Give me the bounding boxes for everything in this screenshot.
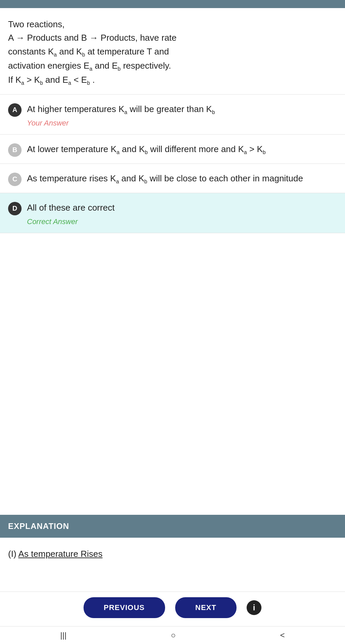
status-bar (0, 0, 345, 8)
question-line-1: Two reactions, (8, 17, 337, 31)
option-b-row: B At lower temperature Ka and Kb will di… (8, 143, 337, 157)
question-block: Two reactions, A → Products and B → Prod… (0, 8, 345, 95)
option-b[interactable]: B At lower temperature Ka and Kb will di… (0, 135, 345, 164)
explanation-link: As temperature Rises (18, 549, 102, 559)
question-line-5: If Ka > Kb and Ea < Eb . (8, 73, 337, 87)
arrow1-icon: → (16, 33, 25, 43)
recent-icon[interactable]: < (280, 631, 285, 640)
badge-c: C (8, 173, 22, 186)
question-line-4: activation energies Ea and Eb respective… (8, 59, 337, 73)
home-icon[interactable]: ○ (171, 631, 176, 640)
badge-a: A (8, 103, 22, 117)
next-button[interactable]: NEXT (175, 597, 237, 618)
option-c[interactable]: C As temperature rises Ka and Kb will be… (0, 164, 345, 193)
bottom-nav: PREVIOUS NEXT i (0, 592, 345, 626)
explanation-text: (I) As temperature Rises (8, 547, 337, 561)
system-bar: ||| ○ < (0, 626, 345, 644)
option-c-text: As temperature rises Ka and Kb will be c… (27, 172, 337, 186)
question-text: Two reactions, A → Products and B → Prod… (8, 17, 337, 87)
back-icon[interactable]: ||| (60, 631, 67, 640)
option-d-text: All of these are correct (27, 201, 337, 214)
option-a[interactable]: A At higher temperatures Ka will be grea… (0, 95, 345, 135)
option-d-row: D All of these are correct (8, 201, 337, 215)
explanation-title: EXPLANATION (8, 522, 337, 531)
option-d[interactable]: D All of these are correct Correct Answe… (0, 193, 345, 233)
option-c-row: C As temperature rises Ka and Kb will be… (8, 172, 337, 186)
previous-button[interactable]: PREVIOUS (84, 597, 165, 618)
question-line-2: A → Products and B → Products, have rate (8, 31, 337, 44)
badge-d: D (8, 202, 22, 215)
explanation-body: (I) As temperature Rises (0, 538, 345, 592)
question-line-3: constants Ka and Kb at temperature T and (8, 45, 337, 59)
options-container: A At higher temperatures Ka will be grea… (0, 95, 345, 515)
option-a-text: At higher temperatures Ka will be greate… (27, 103, 337, 116)
option-b-text: At lower temperature Ka and Kb will diff… (27, 143, 337, 156)
info-icon[interactable]: i (247, 600, 261, 615)
option-a-row: A At higher temperatures Ka will be grea… (8, 103, 337, 117)
explanation-header: EXPLANATION (0, 515, 345, 538)
badge-b: B (8, 143, 22, 157)
arrow2-icon: → (89, 33, 98, 43)
your-answer-label: Your Answer (27, 119, 337, 128)
correct-answer-label: Correct Answer (27, 217, 337, 226)
